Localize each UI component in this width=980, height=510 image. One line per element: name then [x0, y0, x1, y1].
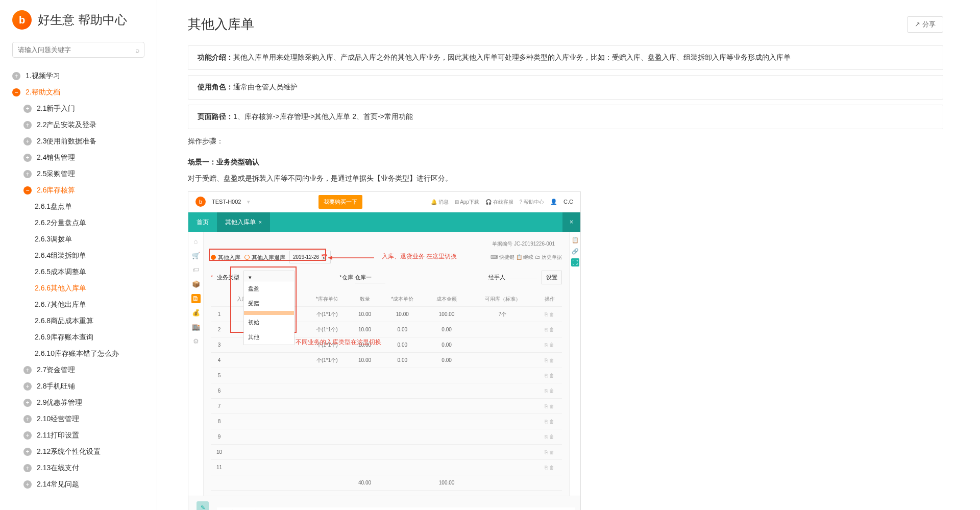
svg-marker-1	[328, 256, 332, 260]
nav-item-2-6-5[interactable]: 2.6.5成本调整单	[12, 264, 144, 280]
nav-item-2-13[interactable]: +2.13在线支付	[12, 460, 144, 476]
doc-icon: 🗎	[191, 294, 201, 303]
ss-help-icon: ? 帮助中心	[520, 197, 544, 207]
nav-item-2-6-2[interactable]: 2.6.2分量盘点单	[12, 215, 144, 231]
cart-icon: 🛒	[191, 251, 201, 260]
ss-sidenav: ⌂ 🛒 🏷 📦 🗎 💰 🏬 ⚙	[188, 232, 204, 496]
ss-rightpanel: 📋 🔗 ⛶	[569, 232, 580, 496]
nav-item-2-6-3[interactable]: 2.6.3调拨单	[12, 231, 144, 248]
scene1-title: 场景一：业务类型确认	[188, 155, 943, 169]
nav-item-docs[interactable]: −2.帮助文档	[12, 84, 144, 101]
nav-item-2-6-6[interactable]: 2.6.6其他入库单	[12, 280, 144, 297]
intro-label: 功能介绍：	[198, 53, 233, 61]
content-body: 操作步骤： 场景一：业务类型确认 对于受赠、盘盈或是拆装入库等不同的业务，是通过…	[188, 134, 943, 510]
link-icon: 🔗	[571, 247, 579, 255]
ss-memo-input	[217, 507, 575, 510]
ss-user: C.C	[564, 197, 573, 207]
tag-icon: 🏷	[191, 265, 201, 275]
ss-logo-icon: b	[195, 197, 206, 207]
wallet-icon: 💰	[191, 308, 201, 318]
plus-icon: +	[12, 72, 20, 80]
logo-text: 好生意 帮助中心	[38, 12, 127, 28]
nav-item-2-6-7[interactable]: 2.6.7其他出库单	[12, 297, 144, 313]
paste-icon: 📋	[571, 236, 579, 244]
memo-icon: ✎	[197, 501, 209, 510]
nav-item-2-14[interactable]: +2.14常见问题	[12, 476, 144, 493]
nav-item-2-1[interactable]: +2.1新手入门	[12, 101, 144, 117]
search-icon[interactable]: ⌕	[135, 46, 139, 54]
ss-topbar: b TEST-H002 ▾ 我要购买一下 🔔 消息 ⊞ App下载 🎧 在线客服…	[188, 192, 580, 212]
role-box: 使用角色：通常由仓管人员维护	[188, 75, 943, 100]
nav-item-2-6[interactable]: −2.6库存核算	[12, 182, 144, 199]
box-icon: 📦	[191, 280, 201, 289]
share-icon: ↗	[915, 20, 920, 28]
intro-text: 其他入库单用来处理除采购入库、产成品入库之外的其他入库业务，因此其他入库单可处理…	[233, 53, 791, 61]
path-box: 页面路径：1、库存核算->库存管理->其他入库单 2、首页->常用功能	[188, 105, 943, 129]
nav-item-2-6-1[interactable]: 2.6.1盘点单	[12, 199, 144, 215]
ss-memo: ✎ 备注信息	[188, 496, 580, 510]
gear-icon: ⚙	[191, 337, 201, 346]
ss-tab-close-all: ×	[562, 212, 580, 232]
ss-avatar-icon: 👤	[550, 197, 557, 207]
logo-icon: b	[12, 10, 32, 30]
main-content: 其他入库单 ↗分享 功能介绍：其他入库单用来处理除采购入库、产成品入库之外的其他…	[157, 0, 974, 510]
nav-item-2-11[interactable]: +2.11打印设置	[12, 427, 144, 444]
nav-item-2-2[interactable]: +2.2产品安装及登录	[12, 117, 144, 133]
ss-annot1: 入库、退货业务 在这里切换	[382, 251, 457, 262]
ss-cs-icon: 🎧 在线客服	[485, 197, 513, 207]
nav-item-2-10[interactable]: +2.10经营管理	[12, 411, 144, 427]
ss-account: TEST-H002	[212, 197, 241, 207]
ss-tabs: 首页 其他入库单× ×	[188, 212, 580, 232]
share-button[interactable]: ↗分享	[907, 16, 943, 33]
ss-app-icon: ⊞ App下载	[455, 197, 479, 207]
expand-icon: ⛶	[571, 258, 579, 266]
role-label: 使用角色：	[198, 83, 233, 91]
nav-item-2-6-9[interactable]: 2.6.9库存账本查询	[12, 329, 144, 346]
ss-form: 单据编号 JC-20191226-001 其他入库 其他入库退库 2019-12…	[204, 232, 569, 496]
intro-box: 功能介绍：其他入库单用来处理除采购入库、产成品入库之外的其他入库业务，因此其他入…	[188, 45, 943, 70]
nav-item-2-9[interactable]: +2.9优惠券管理	[12, 395, 144, 411]
nav-item-2-7[interactable]: +2.7资金管理	[12, 362, 144, 378]
embedded-screenshot: b TEST-H002 ▾ 我要购买一下 🔔 消息 ⊞ App下载 🎧 在线客服…	[188, 191, 581, 510]
ss-annot2: 不同业务的入库类型在这里切换	[296, 336, 381, 348]
nav-item-2-3[interactable]: +2.3使用前数据准备	[12, 133, 144, 150]
shop-icon: 🏬	[191, 323, 201, 332]
minus-icon: −	[12, 88, 20, 96]
logo-row: b 好生意 帮助中心	[12, 10, 144, 30]
page-header: 其他入库单 ↗分享	[188, 15, 943, 33]
nav: +1.视频学习 −2.帮助文档 +2.1新手入门 +2.2产品安装及登录 +2.…	[12, 68, 144, 493]
close-icon: ×	[259, 220, 262, 225]
home-icon: ⌂	[191, 237, 201, 246]
sidebar: b 好生意 帮助中心 ⌕ +1.视频学习 −2.帮助文档 +2.1新手入门 +2…	[0, 0, 157, 510]
nav-item-2-8[interactable]: +2.8手机旺铺	[12, 378, 144, 395]
ss-tab-home: 首页	[188, 212, 217, 232]
path-label: 页面路径：	[198, 112, 233, 120]
role-text: 通常由仓管人员维护	[233, 83, 298, 91]
nav-item-2-5[interactable]: +2.5采购管理	[12, 166, 144, 182]
path-text: 1、库存核算->库存管理->其他入库单 2、首页->常用功能	[233, 112, 413, 120]
ss-buy-button: 我要购买一下	[318, 195, 362, 209]
ss-tab-current: 其他入库单×	[217, 212, 270, 232]
nav-item-2-4[interactable]: +2.4销售管理	[12, 150, 144, 166]
nav-item-2-6-4[interactable]: 2.6.4组装拆卸单	[12, 248, 144, 264]
nav-item-2-12[interactable]: +2.12系统个性化设置	[12, 444, 144, 460]
nav-item-video[interactable]: +1.视频学习	[12, 68, 144, 84]
search-box: ⌕	[12, 42, 144, 58]
search-input[interactable]	[12, 42, 144, 58]
ss-msg-icon: 🔔 消息	[431, 197, 449, 207]
nav-item-2-6-8[interactable]: 2.6.8商品成本重算	[12, 313, 144, 329]
nav-item-2-6-10[interactable]: 2.6.10库存账本错了怎么办	[12, 346, 144, 362]
page-title: 其他入库单	[188, 15, 254, 33]
steps-label: 操作步骤：	[188, 134, 943, 148]
scene1-text: 对于受赠、盘盈或是拆装入库等不同的业务，是通过单据头【业务类型】进行区分。	[188, 172, 943, 185]
